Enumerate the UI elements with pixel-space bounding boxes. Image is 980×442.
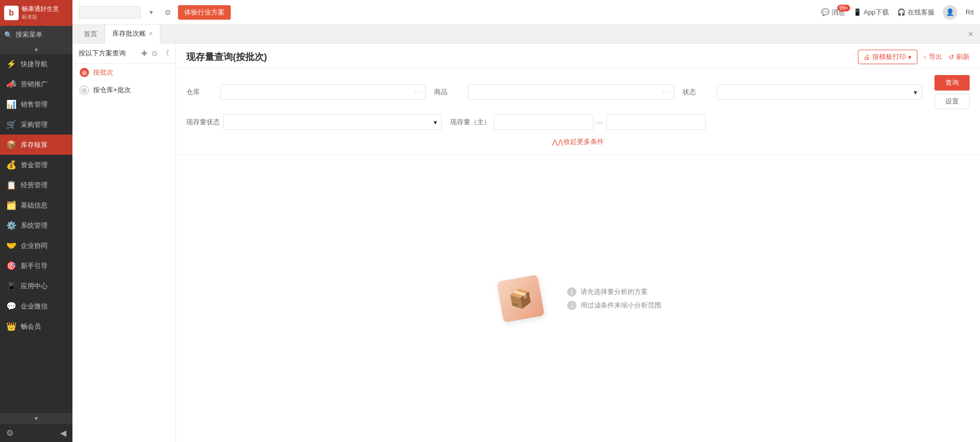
sidebar-collapse-icon[interactable]: ◀	[60, 428, 66, 438]
quick-nav-label: 快捷导航	[21, 60, 48, 69]
sidebar-item-marketing[interactable]: 📣 营销推广	[0, 74, 72, 94]
collapse-up-icon: ⋀⋀	[552, 138, 563, 146]
print-button[interactable]: 🖨 按模板打印 ▾	[858, 50, 917, 64]
experience-button[interactable]: 体验行业方案	[178, 5, 231, 20]
sidebar-settings-icon[interactable]: ⚙	[6, 428, 13, 438]
collapse-more-conditions[interactable]: ⋀⋀ 收起更多条件	[186, 135, 970, 149]
purchase-icon: 🛒	[6, 120, 17, 129]
refresh-label: 刷新	[956, 52, 970, 62]
search-icon: 🔍	[4, 31, 12, 39]
system-label: 系统管理	[21, 221, 48, 230]
sidebar-item-system[interactable]: ⚙️ 系统管理	[0, 215, 72, 235]
enterprise-collab-label: 企业协同	[21, 241, 48, 251]
scheme-batch-icon: ◎	[80, 68, 89, 77]
user-avatar[interactable]: 👤	[943, 5, 957, 20]
tab-bar-close-all[interactable]: ✕	[961, 30, 980, 38]
tip-num-2: 2	[567, 301, 576, 310]
stock-status-select[interactable]: ▾	[223, 114, 442, 130]
print-dropdown-icon[interactable]: ▾	[908, 53, 912, 61]
header-gear-icon[interactable]: ⚙	[161, 6, 174, 19]
marketing-label: 营销推广	[21, 80, 48, 89]
tab-batch-close[interactable]: ×	[149, 30, 153, 37]
header-search-input[interactable]	[79, 6, 141, 19]
left-panel: 按以下方案查询 ✚ ⊙ 《 ◎ 按批次 ◎ 按仓库+批次	[72, 43, 176, 442]
finance-icon: 💰	[6, 160, 17, 170]
goods-input[interactable]: ···	[468, 84, 674, 100]
stock-qty-field: 现存量（主） —	[450, 114, 706, 130]
column-settings-button[interactable]: 设置	[934, 94, 970, 109]
tab-batch-label: 库存批次账	[112, 29, 146, 38]
tab-home[interactable]: 首页	[77, 25, 105, 43]
goods-dots-icon: ···	[663, 89, 670, 96]
tab-home-label: 首页	[84, 30, 97, 39]
stock-qty-from[interactable]	[494, 114, 593, 130]
service-icon: 🎧	[897, 8, 905, 16]
enterprise-wechat-label: 企业微信	[21, 302, 48, 311]
empty-tip-2: 2 用过滤条件来缩小分析范围	[567, 301, 661, 310]
sidebar-item-basic[interactable]: 🗂️ 基础信息	[0, 195, 72, 215]
print-label: 按模板打印	[872, 52, 906, 62]
search-label: 搜索菜单	[16, 30, 42, 39]
stock-status-arrow: ▾	[434, 119, 437, 126]
refresh-button[interactable]: ↺ 刷新	[948, 52, 970, 62]
finance-label: 资金管理	[21, 160, 48, 170]
query-button[interactable]: 查询	[934, 75, 970, 91]
purchase-label: 采购管理	[21, 120, 48, 129]
sidebar-search[interactable]: 🔍 搜索菜单	[0, 26, 72, 43]
collapse-panel-button[interactable]: 《	[162, 49, 169, 58]
sidebar-item-operations[interactable]: 📋 经营管理	[0, 175, 72, 195]
sidebar-item-enterprise-wechat[interactable]: 💬 企业微信	[0, 296, 72, 316]
add-scheme-button[interactable]: ✚	[141, 49, 147, 57]
sidebar-item-quick-nav[interactable]: ⚡ 快捷导航	[0, 54, 72, 74]
export-icon: ↑	[924, 53, 927, 61]
sales-icon: 📊	[6, 99, 17, 109]
sidebar-item-app-center[interactable]: 📱 应用中心	[0, 276, 72, 296]
sidebar-scroll-down[interactable]: ▼	[0, 413, 72, 423]
export-button[interactable]: ↑ 导出	[924, 52, 943, 62]
message-badge: 99+	[837, 5, 850, 11]
stock-qty-label: 现存量（主）	[450, 117, 491, 127]
sidebar-item-newbie[interactable]: 🎯 新手引导	[0, 256, 72, 276]
scheme-item-batch[interactable]: ◎ 按批次	[72, 64, 175, 81]
status-select[interactable]: ▾	[717, 84, 922, 100]
export-label: 导出	[929, 52, 942, 62]
empty-tips: 1 请先选择要分析的方案 2 用过滤条件来缩小分析范围	[567, 287, 661, 310]
sidebar-item-member[interactable]: 👑 畅会员	[0, 316, 72, 336]
member-label: 畅会员	[21, 322, 41, 331]
empty-illustration: 📦	[497, 275, 545, 323]
scheme-settings-button[interactable]: ⊙	[152, 49, 158, 57]
inventory-icon: 📦	[6, 140, 17, 150]
left-panel-actions: ✚ ⊙ 《	[141, 49, 169, 58]
filter-row-1: 仓库 ··· 商品 ··· 状态	[186, 75, 970, 109]
app-center-icon: 📱	[6, 281, 17, 291]
username-label[interactable]: Rit	[966, 8, 974, 16]
message-button[interactable]: 💬 消息 99+	[821, 8, 845, 17]
online-service-button[interactable]: 🎧 在线客服	[897, 8, 934, 17]
sales-label: 销售管理	[21, 100, 48, 109]
header-right: 💬 消息 99+ 📱 App下载 🎧 在线客服 👤 Rit	[821, 5, 974, 20]
stock-qty-to[interactable]	[606, 114, 706, 130]
warehouse-input[interactable]: ···	[220, 84, 426, 100]
quick-nav-icon: ⚡	[6, 59, 17, 69]
sidebar-item-sales[interactable]: 📊 销售管理	[0, 94, 72, 114]
sidebar-item-inventory[interactable]: 📦 库存核算	[0, 135, 72, 155]
sidebar-header: b 畅康通好生意 标准版	[0, 0, 72, 26]
message-icon: 💬	[821, 8, 829, 16]
operations-label: 经营管理	[21, 181, 48, 190]
sidebar-item-finance[interactable]: 💰 资金管理	[0, 155, 72, 175]
enterprise-wechat-icon: 💬	[6, 301, 17, 311]
stock-status-label: 现存量状态	[186, 117, 220, 127]
sidebar-scroll-up[interactable]: ▲	[0, 43, 72, 54]
filter-area: 仓库 ··· 商品 ··· 状态	[176, 69, 980, 155]
sidebar-item-enterprise-collab[interactable]: 🤝 企业协同	[0, 235, 72, 256]
status-field: 状态 ▾	[682, 84, 922, 100]
tab-batch[interactable]: 库存批次账 ×	[105, 25, 160, 43]
inventory-label: 库存核算	[21, 140, 48, 150]
scheme-item-warehouse-batch[interactable]: ◎ 按仓库+批次	[72, 81, 175, 99]
marketing-icon: 📣	[6, 79, 17, 89]
member-icon: 👑	[6, 321, 17, 331]
top-header: ▾ ⚙ 体验行业方案 💬 消息 99+ 📱 App下载 🎧 在线客服 👤 Rit	[72, 0, 980, 25]
header-dropdown-icon[interactable]: ▾	[145, 6, 157, 19]
app-download-button[interactable]: 📱 App下载	[853, 8, 889, 17]
sidebar-item-purchase[interactable]: 🛒 采购管理	[0, 114, 72, 135]
